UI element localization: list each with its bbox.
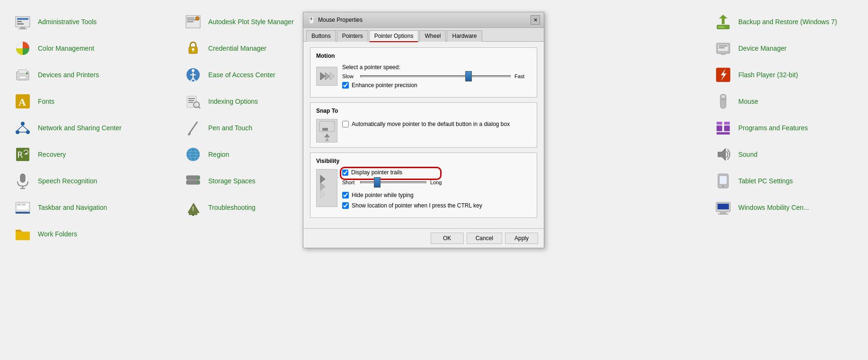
svg-rect-33 xyxy=(187,19,196,20)
cp-label-pen-and-touch: Pen and Touch xyxy=(208,124,252,132)
flash-player-icon xyxy=(714,65,733,84)
svg-marker-99 xyxy=(320,183,325,190)
cancel-button[interactable]: Cancel xyxy=(467,233,502,244)
slow-label: Slow xyxy=(342,73,356,79)
snap-to-section-title: Snap To xyxy=(316,108,531,114)
display-trails-checkbox[interactable] xyxy=(342,170,348,176)
cp-item-speech-recognition[interactable]: Speech Recognition xyxy=(9,169,170,193)
tab-pointers[interactable]: Pointers xyxy=(337,30,368,42)
devices-and-printers-icon xyxy=(13,65,32,84)
recovery-icon: R xyxy=(13,145,32,164)
cp-item-tablet-pc-settings[interactable]: Tablet PC Settings xyxy=(710,169,868,193)
svg-rect-90 xyxy=(718,214,728,215)
mouse-icon xyxy=(714,92,733,111)
cp-item-backup-restore[interactable]: Backup and Restore (Windows 7) xyxy=(710,9,868,34)
show-location-row: Show location of pointer when I press th… xyxy=(342,202,531,209)
dialog-content: Motion Select a pointer speed: Slow xyxy=(303,42,544,228)
cp-label-ease-of-access: Ease of Access Center xyxy=(208,71,275,79)
cp-item-fonts[interactable]: A Fonts xyxy=(9,89,170,114)
svg-rect-70 xyxy=(719,45,727,46)
cp-label-flash-player: Flash Player (32-bit) xyxy=(738,71,798,79)
cp-label-speech-recognition: Speech Recognition xyxy=(38,177,97,185)
svg-marker-91 xyxy=(320,72,325,80)
motion-controls: Select a pointer speed: Slow Fast Enhanc… xyxy=(342,64,531,89)
cp-label-color-management: Color Management xyxy=(38,44,94,53)
speed-slider-thumb[interactable] xyxy=(465,71,472,81)
device-manager-icon xyxy=(714,39,733,58)
svg-text:A: A xyxy=(18,96,26,108)
tab-buttons[interactable]: Buttons xyxy=(306,30,336,42)
motion-section-title: Motion xyxy=(316,53,531,59)
cp-item-network-and-sharing[interactable]: Network and Sharing Center xyxy=(9,116,170,140)
ease-of-access-icon xyxy=(184,65,203,84)
svg-rect-81 xyxy=(724,122,730,125)
cp-label-work-folders: Work Folders xyxy=(38,230,77,238)
cp-item-windows-mobility[interactable]: Windows Mobility Cen... xyxy=(710,195,868,220)
cp-label-region: Region xyxy=(208,150,229,159)
display-trails-row: Display pointer trails xyxy=(342,169,531,176)
cp-label-taskbar-navigation: Taskbar and Navigation xyxy=(38,203,107,212)
cp-item-devices-and-printers[interactable]: Devices and Printers xyxy=(9,63,170,87)
ok-button[interactable]: OK xyxy=(431,233,464,244)
enhance-precision-checkbox[interactable] xyxy=(342,82,349,89)
svg-point-10 xyxy=(26,72,28,74)
cp-item-recovery[interactable]: R Recovery xyxy=(9,142,170,167)
svg-rect-4 xyxy=(20,27,25,28)
tab-pointer-options[interactable]: Pointer Options xyxy=(369,30,419,42)
svg-point-62 xyxy=(197,181,199,183)
enhance-precision-row: Enhance pointer precision xyxy=(342,82,531,89)
cp-item-sound[interactable]: Sound xyxy=(710,142,868,167)
color-management-icon xyxy=(13,39,32,58)
auto-snap-row: Automatically move pointer to the defaul… xyxy=(342,121,510,127)
administrative-tools-icon xyxy=(13,12,32,31)
taskbar-navigation-icon xyxy=(13,198,32,217)
svg-rect-78 xyxy=(717,126,722,131)
cp-item-taskbar-navigation[interactable]: Taskbar and Navigation xyxy=(9,195,170,220)
cp-item-device-manager[interactable]: Device Manager xyxy=(710,36,868,61)
visibility-row: Display pointer trails Short Long Hide p… xyxy=(316,169,531,209)
apply-button[interactable]: Apply xyxy=(505,233,538,244)
dialog-close-button[interactable]: ✕ xyxy=(531,15,540,25)
column-1: Administrative Tools Color Management xyxy=(9,9,170,246)
trails-slider-thumb[interactable] xyxy=(374,177,381,188)
tab-wheel[interactable]: Wheel xyxy=(419,30,446,42)
cp-item-mouse[interactable]: Mouse xyxy=(710,89,868,114)
cp-item-administrative-tools[interactable]: Administrative Tools xyxy=(9,9,170,34)
show-location-checkbox[interactable] xyxy=(342,202,349,209)
cp-item-color-management[interactable]: Color Management xyxy=(9,36,170,61)
autodesk-icon xyxy=(184,12,203,31)
svg-rect-89 xyxy=(720,212,726,214)
cp-label-recovery: Recovery xyxy=(38,150,66,159)
svg-marker-100 xyxy=(320,190,325,198)
svg-rect-88 xyxy=(717,204,729,209)
dialog-footer: OK Cancel Apply xyxy=(303,228,544,248)
tablet-pc-settings-icon xyxy=(714,171,733,190)
network-sharing-icon xyxy=(13,118,32,137)
visibility-section: Visibility Display pointer tra xyxy=(310,153,537,218)
control-panel-background: Administrative Tools Color Management xyxy=(0,0,868,360)
cp-label-troubleshooting: Troubleshooting xyxy=(208,203,256,212)
cp-item-flash-player[interactable]: Flash Player (32-bit) xyxy=(710,63,868,87)
cp-item-work-folders[interactable]: Work Folders xyxy=(9,222,170,246)
svg-rect-34 xyxy=(187,21,194,22)
svg-marker-98 xyxy=(320,175,325,183)
svg-marker-96 xyxy=(324,134,330,137)
tab-hardware[interactable]: Hardware xyxy=(447,30,482,42)
windows-mobility-icon xyxy=(714,198,733,217)
auto-snap-checkbox[interactable] xyxy=(342,121,349,127)
cp-label-fonts: Fonts xyxy=(38,97,54,106)
svg-rect-3 xyxy=(17,23,24,25)
svg-line-51 xyxy=(189,122,197,134)
trails-slider-track[interactable] xyxy=(360,181,426,183)
hide-typing-row: Hide pointer while typing xyxy=(342,192,531,198)
dialog-titlebar: 🖱️ Mouse Properties ✕ xyxy=(303,12,544,28)
show-location-label: Show location of pointer when I press th… xyxy=(352,202,482,209)
svg-rect-46 xyxy=(188,98,195,99)
svg-rect-80 xyxy=(717,122,722,125)
svg-point-61 xyxy=(197,177,199,179)
cp-item-programs-and-features[interactable]: Programs and Features xyxy=(710,116,868,140)
hide-typing-checkbox[interactable] xyxy=(342,192,349,198)
speed-slider-track[interactable] xyxy=(360,75,511,77)
cp-label-network-and-sharing: Network and Sharing Center xyxy=(38,124,122,132)
cp-label-tablet-pc-settings: Tablet PC Settings xyxy=(738,177,793,185)
